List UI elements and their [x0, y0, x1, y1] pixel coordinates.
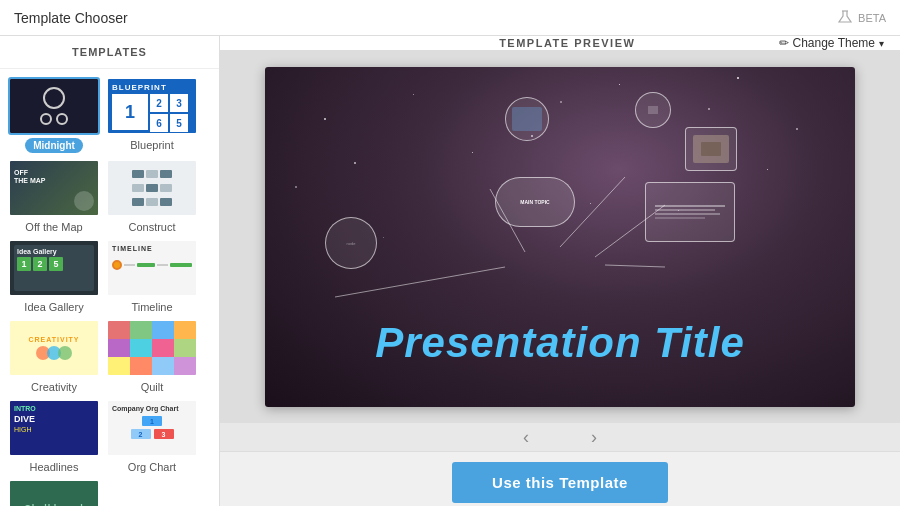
right-panel: TEMPLATE PREVIEW ✏ Change Theme ▾	[220, 36, 900, 506]
template-label-construct: Construct	[128, 221, 175, 233]
left-panel: TEMPLATES	[0, 36, 220, 506]
template-label-blueprint: Blueprint	[130, 139, 173, 151]
template-label-timeline: Timeline	[131, 301, 172, 313]
use-template-button[interactable]: Use this Template	[452, 462, 668, 503]
mindmap-node-5	[645, 182, 735, 242]
prev-slide-button[interactable]: ‹	[512, 423, 540, 451]
next-slide-button[interactable]: ›	[580, 423, 608, 451]
template-item-midnight[interactable]: Midnight	[8, 77, 100, 153]
template-label-offthemap: Off the Map	[25, 221, 82, 233]
templates-section-label: TEMPLATES	[0, 36, 219, 69]
template-thumb-construct	[106, 159, 198, 217]
change-theme-label: Change Theme	[793, 36, 876, 50]
chevron-down-icon: ▾	[879, 38, 884, 49]
app-title: Template Chooser	[14, 10, 128, 26]
template-thumb-timeline: TIMELINE	[106, 239, 198, 297]
mindmap-node-2	[635, 92, 671, 128]
template-item-blueprint[interactable]: BLUEPRINT 1 2 3 6 5	[106, 77, 198, 153]
template-item-quilt[interactable]: Quilt	[106, 319, 198, 393]
template-item-construct[interactable]: Construct	[106, 159, 198, 233]
beta-badge: BETA	[837, 9, 886, 27]
template-thumb-midnight	[8, 77, 100, 135]
change-theme-button[interactable]: ✏ Change Theme ▾	[779, 36, 885, 50]
flask-icon	[837, 9, 853, 27]
template-item-orgchart[interactable]: Company Org Chart 1 2 3 Org Chart	[106, 399, 198, 473]
template-thumb-ideagallery: Idea Gallery 1 2 5	[8, 239, 100, 297]
mindmap-node-3	[685, 127, 737, 171]
template-item-timeline[interactable]: TIMELINE Timeline	[106, 239, 198, 313]
selected-badge: Midnight	[25, 138, 83, 153]
preview-area: MAIN TOPIC	[220, 51, 900, 423]
template-thumb-blueprint: BLUEPRINT 1 2 3 6 5	[106, 77, 198, 135]
beta-label: BETA	[858, 12, 886, 24]
template-item-ideagallery[interactable]: Idea Gallery 1 2 5 Idea Gallery	[8, 239, 100, 313]
template-thumb-orgchart: Company Org Chart 1 2 3	[106, 399, 198, 457]
preview-header: TEMPLATE PREVIEW ✏ Change Theme ▾	[220, 36, 900, 51]
template-thumb-chalkboard: Chalkboard	[8, 479, 100, 506]
mindmap-center: MAIN TOPIC	[495, 177, 575, 227]
mindmap: MAIN TOPIC	[325, 87, 795, 277]
template-thumb-quilt	[106, 319, 198, 377]
main-content: TEMPLATES	[0, 36, 900, 506]
pencil-icon: ✏	[779, 36, 789, 50]
preview-title: TEMPLATE PREVIEW	[499, 37, 635, 49]
template-item-offthemap[interactable]: OFF THE MAP Off the Map	[8, 159, 100, 233]
template-label-ideagallery: Idea Gallery	[24, 301, 83, 313]
template-label-creativity: Creativity	[31, 381, 77, 393]
templates-grid: Midnight BLUEPRINT 1 2 3	[0, 69, 219, 506]
template-label-orgchart: Org Chart	[128, 461, 176, 473]
bottom-action: Use this Template	[220, 451, 900, 506]
template-label-headlines: Headlines	[30, 461, 79, 473]
template-item-chalkboard[interactable]: Chalkboard Chalkboard	[8, 479, 100, 506]
template-thumb-offthemap: OFF THE MAP	[8, 159, 100, 217]
template-thumb-creativity: CREATIVITY	[8, 319, 100, 377]
template-item-headlines[interactable]: INTRO DIVE HIGH Headlines	[8, 399, 100, 473]
template-label-quilt: Quilt	[141, 381, 164, 393]
slide-background: MAIN TOPIC	[265, 67, 855, 407]
mindmap-node-4: node	[325, 217, 377, 269]
mindmap-node-1	[505, 97, 549, 141]
slide-container: MAIN TOPIC	[265, 67, 855, 407]
template-thumb-headlines: INTRO DIVE HIGH	[8, 399, 100, 457]
nav-arrows: ‹ ›	[220, 423, 900, 451]
slide-title: Presentation Title	[265, 319, 855, 367]
template-item-creativity[interactable]: CREATIVITY Creativity	[8, 319, 100, 393]
app-header: Template Chooser BETA	[0, 0, 900, 36]
